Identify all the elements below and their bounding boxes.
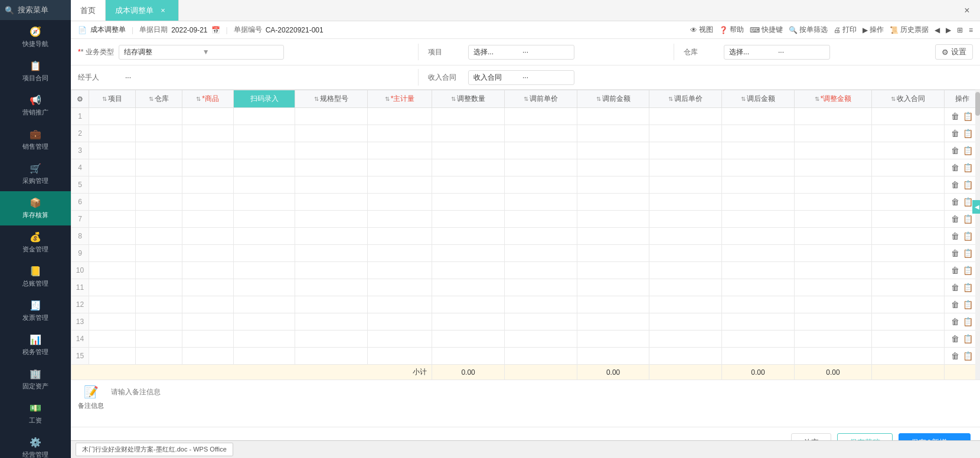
copy-row-btn[interactable]: 📋 — [961, 162, 975, 174]
table-cell[interactable] — [722, 313, 795, 331]
print-btn[interactable]: 🖨 打印 — [834, 25, 857, 35]
table-cell[interactable] — [577, 331, 649, 348]
list-view-icon[interactable]: ≡ — [969, 26, 973, 34]
table-cell[interactable] — [649, 262, 722, 279]
table-cell[interactable] — [722, 194, 795, 211]
table-cell[interactable] — [89, 348, 136, 365]
table-cell[interactable] — [504, 194, 577, 211]
table-cell[interactable] — [577, 159, 649, 176]
table-cell[interactable] — [89, 176, 136, 194]
table-cell[interactable] — [432, 194, 505, 211]
table-cell[interactable] — [432, 296, 505, 313]
table-cell[interactable] — [295, 176, 368, 194]
col-gear[interactable]: ⚙ — [71, 90, 89, 108]
table-cell[interactable] — [182, 176, 233, 194]
project-select[interactable]: 选择... ··· — [468, 45, 574, 60]
table-cell[interactable] — [89, 125, 136, 142]
table-cell[interactable] — [432, 176, 505, 194]
table-cell[interactable] — [135, 313, 182, 331]
sidebar-item-tax-mgmt[interactable]: 📊 税务管理 — [0, 328, 71, 362]
table-cell[interactable] — [233, 296, 295, 313]
col-scan[interactable]: 扫码录入 — [233, 90, 295, 108]
window-close-button[interactable]: × — [959, 2, 975, 19]
table-cell[interactable] — [89, 211, 136, 228]
table-cell[interactable] — [504, 245, 577, 262]
table-cell[interactable] — [649, 194, 722, 211]
taskbar-item[interactable]: 木门行业好业财处理方案-墨红红.doc - WPS Office — [76, 443, 233, 456]
table-cell[interactable] — [722, 262, 795, 279]
table-cell[interactable] — [295, 211, 368, 228]
table-cell[interactable] — [649, 142, 722, 159]
table-cell[interactable] — [182, 348, 233, 365]
table-cell[interactable] — [89, 296, 136, 313]
table-cell[interactable] — [233, 331, 295, 348]
table-cell[interactable] — [649, 211, 722, 228]
table-cell[interactable] — [89, 313, 136, 331]
table-cell[interactable] — [367, 245, 432, 262]
sidebar-item-salary[interactable]: 💵 工资 — [0, 397, 71, 431]
table-cell[interactable] — [367, 262, 432, 279]
table-cell[interactable] — [649, 279, 722, 296]
copy-row-btn[interactable]: 📋 — [961, 316, 975, 328]
table-cell[interactable] — [577, 142, 649, 159]
table-cell[interactable] — [872, 313, 945, 331]
table-cell[interactable] — [182, 211, 233, 228]
copy-row-btn[interactable]: 📋 — [961, 350, 975, 362]
table-cell[interactable] — [89, 142, 136, 159]
table-cell[interactable] — [182, 262, 233, 279]
table-cell[interactable] — [295, 125, 368, 142]
nav-next-btn[interactable]: ▶ — [946, 26, 951, 34]
table-cell[interactable] — [233, 245, 295, 262]
table-cell[interactable] — [135, 279, 182, 296]
table-cell[interactable] — [577, 125, 649, 142]
agent-select[interactable]: ··· — [118, 71, 283, 83]
table-cell[interactable] — [295, 142, 368, 159]
table-cell[interactable] — [89, 159, 136, 176]
copy-row-btn[interactable]: 📋 — [961, 145, 975, 156]
table-cell[interactable] — [135, 228, 182, 245]
table-cell[interactable] — [504, 142, 577, 159]
table-cell[interactable] — [182, 279, 233, 296]
table-cell[interactable] — [722, 159, 795, 176]
table-cell[interactable] — [577, 228, 649, 245]
copy-row-btn[interactable]: 📋 — [961, 179, 975, 191]
delete-row-btn[interactable]: 🗑 — [949, 110, 961, 122]
table-cell[interactable] — [367, 142, 432, 159]
table-cell[interactable] — [89, 228, 136, 245]
table-cell[interactable] — [182, 313, 233, 331]
copy-row-btn[interactable]: 📋 — [961, 213, 975, 225]
table-cell[interactable] — [135, 108, 182, 125]
delete-row-btn[interactable]: 🗑 — [949, 333, 961, 345]
table-cell[interactable] — [872, 245, 945, 262]
table-cell[interactable] — [504, 296, 577, 313]
table-cell[interactable] — [233, 125, 295, 142]
table-cell[interactable] — [722, 228, 795, 245]
table-cell[interactable] — [89, 262, 136, 279]
table-cell[interactable] — [872, 142, 945, 159]
sidebar-item-ops-mgmt[interactable]: ⚙️ 经营管理 — [0, 431, 71, 458]
table-cell[interactable] — [872, 348, 945, 365]
table-cell[interactable] — [432, 159, 505, 176]
table-cell[interactable] — [577, 313, 649, 331]
table-cell[interactable] — [722, 279, 795, 296]
table-cell[interactable] — [504, 176, 577, 194]
table-cell[interactable] — [504, 348, 577, 365]
table-cell[interactable] — [794, 142, 871, 159]
delete-row-btn[interactable]: 🗑 — [949, 299, 961, 310]
table-cell[interactable] — [182, 194, 233, 211]
table-cell[interactable] — [872, 228, 945, 245]
tab-close-button[interactable]: × — [157, 5, 169, 17]
biz-type-select[interactable]: 结存调整 ▼ — [119, 45, 284, 60]
sidebar-item-capital-mgmt[interactable]: 💰 资金管理 — [0, 225, 71, 260]
table-cell[interactable] — [432, 262, 505, 279]
table-cell[interactable] — [367, 159, 432, 176]
table-cell[interactable] — [872, 108, 945, 125]
project-dots[interactable]: ··· — [522, 48, 569, 56]
table-cell[interactable] — [295, 348, 368, 365]
table-cell[interactable] — [182, 142, 233, 159]
side-tab[interactable]: ◀ — [972, 200, 980, 214]
table-cell[interactable] — [577, 245, 649, 262]
table-cell[interactable] — [794, 228, 871, 245]
table-cell[interactable] — [649, 313, 722, 331]
table-cell[interactable] — [722, 176, 795, 194]
